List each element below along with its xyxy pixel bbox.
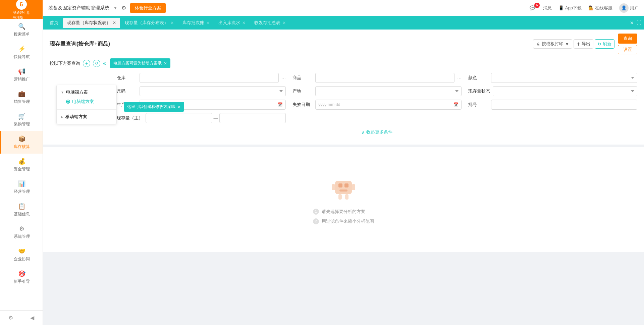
filter-select-origin[interactable] bbox=[315, 86, 462, 96]
sidebar-item-corp[interactable]: 🤝 企业协同 bbox=[0, 243, 43, 266]
sidebar-item-inventory[interactable]: 📦 库存核算 bbox=[0, 131, 43, 154]
refresh-btn[interactable]: ↻ 刷新 bbox=[595, 39, 614, 49]
filter-refresh-btn[interactable]: ↺ bbox=[93, 60, 100, 67]
field-label-size: 尺码 bbox=[117, 88, 137, 94]
filter-area: 按以下方案查询 + ↺ « 电脑方案可设为移动方案哦 ✕ ▼ bbox=[43, 54, 644, 145]
tab-inventory-status[interactable]: 现存量（库存状况表） ✕ bbox=[63, 18, 120, 28]
logo-text: 畅通好生意标准版 bbox=[13, 10, 30, 20]
print-label: 按模板打印 bbox=[542, 41, 564, 47]
tab-fullscreen-btn[interactable]: ⛶ bbox=[637, 20, 641, 25]
filter-back-btn[interactable]: « bbox=[103, 60, 106, 66]
sidebar-item-search[interactable]: 🔍 搜索菜单 bbox=[0, 19, 43, 41]
tab-home[interactable]: 首页 bbox=[46, 18, 62, 28]
filter-input-product[interactable] bbox=[315, 73, 454, 83]
tab-flow[interactable]: 出入库流水 ✕ bbox=[214, 18, 250, 28]
support-label: 在线客服 bbox=[595, 5, 612, 11]
sidebar-item-label: 销售管理 bbox=[14, 99, 30, 105]
collapse-sidebar-btn[interactable]: ◀ bbox=[30, 315, 34, 321]
filter-grid: 仓库 ⋯ 商品 ⋯ 颜色 bbox=[117, 73, 637, 123]
basic-icon: 📋 bbox=[18, 203, 25, 210]
export-icon: ⬆ bbox=[577, 42, 580, 47]
filter-select-color[interactable] bbox=[491, 73, 637, 83]
sidebar-item-sales[interactable]: 💼 销售管理 bbox=[0, 86, 43, 109]
user-action[interactable]: 👤 用户 bbox=[619, 3, 639, 13]
scheme-group-pc-header[interactable]: ▼ 电脑端方案 bbox=[57, 88, 116, 97]
sidebar-item-basic[interactable]: 📋 基础信息 bbox=[0, 199, 43, 221]
set-btn[interactable]: 设置 bbox=[618, 45, 637, 54]
field-label-batch: 批号 bbox=[468, 102, 488, 108]
expire-date-placeholder: yyyy-mm-dd bbox=[318, 102, 340, 107]
page-actions: 🖨 按模板打印 ▼ ⬆ 导出 ↻ 刷新 查询 设置 bbox=[533, 34, 637, 54]
export-btn[interactable]: ⬆ 导出 bbox=[574, 39, 593, 49]
sidebar-item-label: 搜索菜单 bbox=[14, 32, 30, 37]
sidebar-item-guide[interactable]: 🎯 新手引导 bbox=[0, 266, 43, 288]
top-header: 装备及固定资产辅助管理系统 ▼ ⚙ 体验行业方案 💬 6 消息 📱 App下载 … bbox=[43, 0, 644, 16]
tab-close-batch[interactable]: ✕ bbox=[206, 20, 210, 25]
tooltip-pc-close[interactable]: ✕ bbox=[164, 61, 167, 66]
stock-qty-max[interactable] bbox=[219, 113, 286, 123]
logo-icon: 6 bbox=[16, 0, 27, 10]
sidebar-item-purchase[interactable]: 🛒 采购管理 bbox=[0, 109, 43, 131]
sidebar-item-quicknav[interactable]: ⚡ 快捷导航 bbox=[0, 41, 43, 64]
tab-batch[interactable]: 库存批次账 ✕ bbox=[178, 18, 214, 28]
calendar-icon-produce[interactable]: 📅 bbox=[278, 102, 283, 107]
calendar-icon-expire[interactable]: 📅 bbox=[453, 102, 459, 107]
filter-input-expire-date[interactable]: yyyy-mm-dd 📅 bbox=[315, 100, 462, 110]
filter-row-size: 尺码 bbox=[117, 86, 286, 96]
sidebar-item-operation[interactable]: 📊 经营管理 bbox=[0, 176, 43, 199]
filter-select-size[interactable] bbox=[140, 86, 286, 96]
sidebar-nav: 🔍 搜索菜单 ⚡ 快捷导航 📢 营销推广 💼 销售管理 🛒 采购管理 📦 库存核… bbox=[0, 19, 43, 310]
filter-input-warehouse[interactable] bbox=[140, 73, 279, 83]
sidebar-item-marketing[interactable]: 📢 营销推广 bbox=[0, 64, 43, 86]
tab-inventory-dist[interactable]: 现存量（库存分布表） ✕ bbox=[121, 18, 178, 28]
operation-icon: 📊 bbox=[18, 180, 25, 187]
tab-inventory-dist-label: 现存量（库存分布表） bbox=[125, 20, 168, 26]
scheme-group-mobile: ▶ 移动端方案 bbox=[57, 111, 116, 122]
message-action[interactable]: 💬 6 消息 bbox=[530, 5, 552, 11]
tab-close-all-btn[interactable]: ✕ bbox=[630, 20, 634, 25]
industry-btn[interactable]: 体验行业方案 bbox=[130, 3, 166, 13]
tab-close-inventory-dist[interactable]: ✕ bbox=[170, 20, 174, 25]
scheme-item-radio-inner bbox=[67, 101, 69, 103]
range-separator: — bbox=[214, 116, 218, 121]
print-btn[interactable]: 🖨 按模板打印 ▼ bbox=[533, 39, 572, 49]
empty-step2: 2 用过滤条件来缩小分析范围 bbox=[313, 217, 374, 225]
svg-rect-7 bbox=[345, 194, 348, 200]
filter-add-btn[interactable]: + bbox=[83, 60, 90, 67]
tab-summary[interactable]: 收发存汇总表 ✕ bbox=[250, 18, 290, 28]
expand-arrow: ▼ bbox=[61, 91, 64, 94]
collapse-btn[interactable]: ∧ 收起更多条件 bbox=[117, 127, 637, 137]
tab-close-inventory-status[interactable]: ✕ bbox=[113, 20, 116, 25]
warehouse-dots[interactable]: ⋯ bbox=[281, 75, 286, 80]
sidebar-logo: 6 畅通好生意标准版 bbox=[0, 0, 43, 19]
system-title-dropdown[interactable]: ▼ bbox=[113, 6, 117, 10]
field-label-warehouse: 仓库 bbox=[117, 75, 137, 81]
print-dropdown-icon: ▼ bbox=[565, 42, 569, 47]
query-btn[interactable]: 查询 bbox=[618, 34, 637, 44]
svg-rect-5 bbox=[352, 184, 355, 190]
sidebar-item-system[interactable]: ⚙ 系统管理 bbox=[0, 221, 43, 243]
refresh-label: 刷新 bbox=[603, 41, 611, 47]
stock-qty-min[interactable] bbox=[146, 113, 212, 123]
step1-text: 请先选择要分析的方案 bbox=[322, 208, 365, 215]
tab-home-label: 首页 bbox=[50, 20, 58, 26]
sidebar-item-label: 库存核算 bbox=[14, 144, 30, 150]
tab-close-flow[interactable]: ✕ bbox=[242, 20, 246, 25]
support-action[interactable]: 💁 在线客服 bbox=[588, 5, 612, 11]
app-download-action[interactable]: 📱 App下载 bbox=[558, 5, 582, 11]
tooltip-scheme-close[interactable]: ✕ bbox=[177, 105, 181, 109]
field-label-origin: 产地 bbox=[292, 88, 313, 94]
scheme-item-pc[interactable]: 电脑端方案 bbox=[57, 97, 116, 107]
sidebar-item-finance[interactable]: 💰 资金管理 bbox=[0, 154, 43, 176]
refresh-icon: ↻ bbox=[598, 42, 601, 47]
filter-input-batch[interactable] bbox=[491, 100, 637, 110]
tab-close-summary[interactable]: ✕ bbox=[282, 20, 286, 25]
user-avatar: 👤 bbox=[619, 3, 629, 13]
filter-select-stock-status[interactable] bbox=[493, 86, 637, 96]
product-dots[interactable]: ⋯ bbox=[457, 75, 462, 80]
settings-bottom-btn[interactable]: ⚙ bbox=[8, 315, 13, 321]
header-gear-btn[interactable]: ⚙ bbox=[121, 5, 126, 11]
corp-icon: 🤝 bbox=[18, 248, 25, 255]
scheme-group-mobile-header[interactable]: ▶ 移动端方案 bbox=[57, 112, 116, 121]
main-area: 装备及固定资产辅助管理系统 ▼ ⚙ 体验行业方案 💬 6 消息 📱 App下载 … bbox=[43, 0, 644, 325]
